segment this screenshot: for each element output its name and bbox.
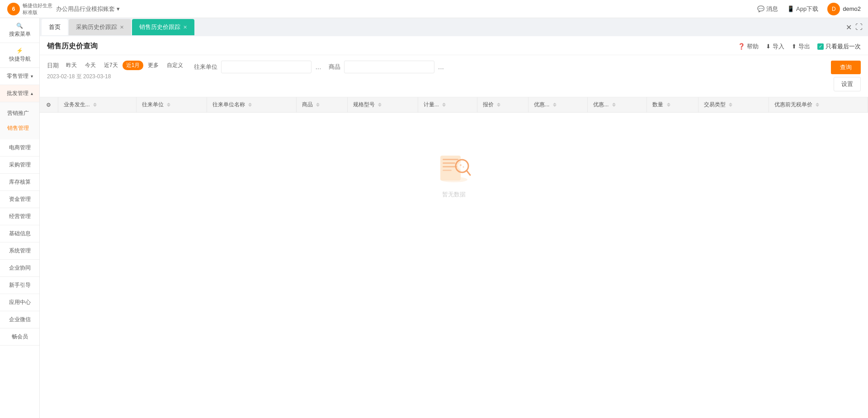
table-col-partner-code[interactable]: 往来单位: [136, 97, 207, 113]
only-last-checkbox-area[interactable]: ✓ 只看最后一次: [817, 43, 861, 51]
svg-rect-3: [443, 162, 455, 164]
tabs-right: ✕ ⛶: [846, 23, 866, 32]
empty-text: 暂无数据: [442, 190, 466, 199]
svg-rect-4: [443, 166, 457, 167]
table-col-quantity[interactable]: 数量: [647, 97, 698, 113]
import-icon: ⬇: [766, 43, 771, 50]
tab-close-sales[interactable]: ✕: [183, 24, 187, 30]
sidebar-item-retail-mgmt[interactable]: 零售管理 ▾: [0, 68, 39, 85]
user-area[interactable]: D demo2: [827, 3, 861, 15]
table-col-discount1[interactable]: 优惠...: [528, 97, 588, 113]
breadcrumb: 办公用品行业模拟账套 ▾: [56, 5, 120, 13]
sort-icon-spec: [378, 103, 382, 107]
sidebar-sub-wholesale: 营销推广 销售管理: [0, 102, 39, 139]
sidebar-item-finance[interactable]: 资金管理: [0, 191, 39, 208]
tab-home[interactable]: 首页: [42, 19, 68, 35]
only-last-checkbox[interactable]: ✓: [817, 43, 824, 50]
sidebar: 🔍 搜索菜单 ⚡ 快捷导航 零售管理 ▾ 批发管理 ▴ 营销推广 销售管理 电商…: [0, 18, 40, 418]
product-more-icon[interactable]: ...: [438, 63, 444, 71]
tabs-bar: 首页 采购历史价跟踪 ✕ 销售历史价跟踪 ✕ ✕ ⛶: [40, 18, 868, 36]
sidebar-item-membership[interactable]: 畅会员: [0, 328, 39, 346]
sidebar-item-wholesale-mgmt[interactable]: 批发管理 ▴: [0, 85, 39, 102]
svg-line-8: [467, 171, 470, 175]
empty-illustration: [431, 149, 476, 185]
partner-filter-group: 往来单位 ...: [194, 61, 321, 73]
empty-state: 暂无数据: [40, 113, 868, 235]
date-range-display: 2023-02-18 至 2023-03-18: [47, 73, 187, 81]
maximize-button[interactable]: ⛶: [855, 23, 863, 31]
sidebar-item-inventory[interactable]: 库存核算: [0, 174, 39, 191]
page-header: 销售历史价查询 ❓ 帮助 ⬇ 导入 ⬆ 导出 ✓: [40, 36, 868, 55]
tab-sales-history[interactable]: 销售历史价跟踪 ✕: [132, 19, 194, 35]
query-button[interactable]: 查询: [831, 61, 861, 74]
export-icon: ⬆: [792, 43, 797, 50]
avatar: D: [827, 3, 840, 15]
app-download-button[interactable]: 📱 App下载: [787, 5, 818, 13]
sidebar-item-ecommerce[interactable]: 电商管理: [0, 139, 39, 157]
sidebar-item-search-menu[interactable]: 🔍 搜索菜单: [0, 18, 39, 43]
sidebar-item-sales-mgmt[interactable]: 销售管理: [0, 121, 39, 136]
chevron-down-icon: ▾: [31, 74, 33, 79]
table-header: ⚙ 业务发生... 往来单位: [40, 97, 868, 113]
tab-purchase-history[interactable]: 采购历史价跟踪 ✕: [69, 19, 131, 35]
export-button[interactable]: ⬆ 导出: [792, 43, 810, 51]
message-button[interactable]: 💬 消息: [757, 5, 778, 13]
table-col-discount2[interactable]: 优惠...: [588, 97, 647, 113]
table-col-spec[interactable]: 规格型号: [348, 97, 418, 113]
header-left: 6 畅捷信好生意 标准版 办公用品行业模拟账套 ▾: [7, 2, 120, 15]
product-input[interactable]: [344, 61, 434, 73]
sort-icon-partner-code: [167, 103, 170, 107]
table-col-price[interactable]: 报价: [477, 97, 528, 113]
date-btn-1month[interactable]: 近1月: [123, 61, 144, 70]
app-download-icon: 📱: [787, 5, 794, 12]
top-header: 6 畅捷信好生意 标准版 办公用品行业模拟账套 ▾ 💬 消息 📱 App下载 D…: [0, 0, 868, 18]
sort-icon-trade-type: [729, 103, 732, 107]
date-filter-group: 日期 昨天 今天 近7天 近1月 更多 自定义: [47, 61, 187, 70]
sidebar-item-enterprise[interactable]: 企业协同: [0, 260, 39, 277]
table-col-pretax-price[interactable]: 优惠前无税单价: [769, 97, 868, 113]
table-col-partner-name[interactable]: 往来单位名称: [207, 97, 296, 113]
table-col-unit[interactable]: 计量...: [418, 97, 477, 113]
close-tab-button[interactable]: ✕: [846, 23, 852, 32]
sort-icon-price: [497, 103, 500, 107]
breadcrumb-dropdown[interactable]: ▾: [117, 5, 120, 12]
table-col-biz-date[interactable]: 业务发生...: [58, 97, 136, 113]
sidebar-item-guide[interactable]: 新手引导: [0, 277, 39, 294]
sidebar-item-purchase-mgmt[interactable]: 采购管理: [0, 157, 39, 174]
sidebar-item-app-center[interactable]: 应用中心: [0, 294, 39, 311]
sort-icon-pretax-price: [816, 103, 819, 107]
sidebar-item-system[interactable]: 系统管理: [0, 242, 39, 260]
date-btn-custom[interactable]: 自定义: [163, 61, 187, 70]
logo-icon: 6: [7, 3, 20, 15]
sidebar-item-marketing[interactable]: 营销推广: [0, 106, 39, 121]
sort-icon-quantity: [667, 103, 670, 107]
help-icon: ❓: [738, 43, 745, 50]
header-right: 💬 消息 📱 App下载 D demo2: [757, 3, 861, 15]
sort-icon-unit: [442, 103, 446, 107]
settings-button[interactable]: 设置: [834, 77, 861, 91]
date-btn-more[interactable]: 更多: [144, 61, 162, 70]
svg-point-10: [463, 166, 464, 168]
sidebar-item-business-mgmt[interactable]: 经营管理: [0, 208, 39, 225]
sidebar-item-basic-info[interactable]: 基础信息: [0, 225, 39, 242]
table-col-trade-type[interactable]: 交易类型: [698, 97, 769, 113]
sort-icon-discount2: [612, 103, 616, 107]
page-content: 销售历史价查询 ❓ 帮助 ⬇ 导入 ⬆ 导出 ✓: [40, 36, 868, 418]
content-area: 首页 采购历史价跟踪 ✕ 销售历史价跟踪 ✕ ✕ ⛶ 销售历史价查询: [40, 18, 868, 418]
table-col-product[interactable]: 商品: [296, 97, 347, 113]
import-button[interactable]: ⬇ 导入: [766, 43, 784, 51]
help-button[interactable]: ❓ 帮助: [738, 43, 759, 51]
date-btn-today[interactable]: 今天: [81, 61, 99, 70]
partner-more-icon[interactable]: ...: [315, 63, 321, 71]
sidebar-item-wechat[interactable]: 企业微信: [0, 311, 39, 328]
tab-close-purchase[interactable]: ✕: [120, 24, 124, 30]
date-btn-7days[interactable]: 近7天: [100, 61, 122, 70]
filter-area: 日期 昨天 今天 近7天 近1月 更多 自定义 2023-02-18 至 202…: [40, 55, 868, 97]
sort-icon-partner-name: [248, 103, 252, 107]
logo-text: 畅捷信好生意 标准版: [23, 2, 52, 15]
table-col-settings[interactable]: ⚙: [40, 97, 58, 113]
partner-input[interactable]: [221, 61, 311, 73]
sidebar-item-quick-nav[interactable]: ⚡ 快捷导航: [0, 43, 39, 68]
date-btn-yesterday[interactable]: 昨天: [62, 61, 80, 70]
product-label: 商品: [329, 63, 340, 71]
